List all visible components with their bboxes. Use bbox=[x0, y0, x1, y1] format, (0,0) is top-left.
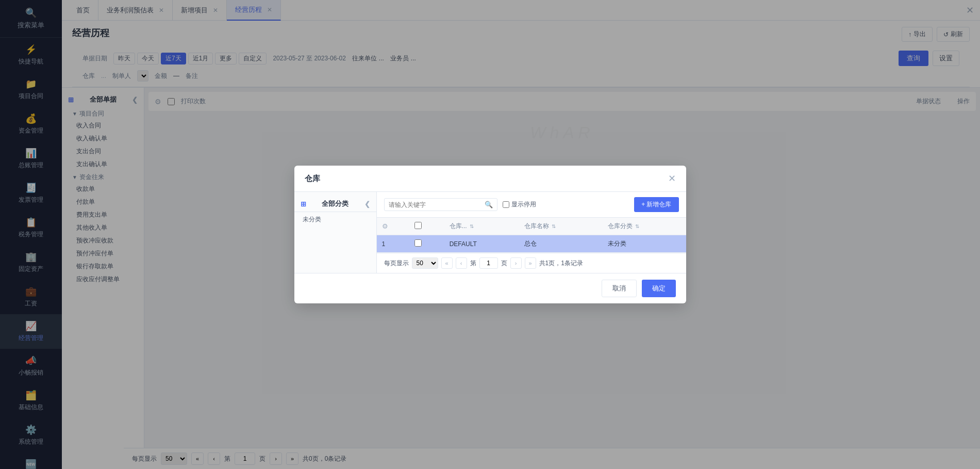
modal-close-icon[interactable]: ✕ bbox=[668, 173, 676, 184]
modal-search-icon: 🔍 bbox=[485, 201, 493, 208]
add-warehouse-button[interactable]: + 新增仓库 bbox=[634, 197, 678, 212]
th-category: 仓库分类 ⇅ bbox=[603, 218, 686, 235]
modal-table-body: 1 DEFAULT 总仓 未分类 bbox=[377, 235, 686, 253]
th-code-label: 仓库... bbox=[450, 222, 467, 230]
modal-footer: 取消 确定 bbox=[294, 273, 686, 303]
modal-left-item-unclassified[interactable]: 未分类 bbox=[294, 212, 376, 227]
modal-left-header: ⊞ 全部分类 ❮ bbox=[294, 196, 376, 212]
modal-body: ⊞ 全部分类 ❮ 未分类 🔍 显示停用 bbox=[294, 192, 686, 273]
modal-table-wrap: ⚙ 仓库... ⇅ 仓库名称 ⇅ bbox=[377, 218, 686, 253]
sort-icon-code: ⇅ bbox=[470, 223, 474, 229]
table-row[interactable]: 1 DEFAULT 总仓 未分类 bbox=[377, 235, 686, 253]
modal-page-label: 第 bbox=[470, 259, 476, 268]
th-checkbox bbox=[409, 218, 444, 235]
th-name: 仓库名称 ⇅ bbox=[519, 218, 603, 235]
modal-overlay: 仓库 ✕ ⊞ 全部分类 ❮ 未分类 🔍 bbox=[0, 0, 980, 469]
th-code: 仓库... ⇅ bbox=[444, 218, 519, 235]
modal-pagination: 每页显示 50 100 « ‹ 第 页 › » 共1页，1条记录 bbox=[377, 253, 686, 273]
row-name: 总仓 bbox=[519, 235, 603, 253]
cancel-button[interactable]: 取消 bbox=[602, 280, 637, 297]
show-disabled-label: 显示停用 bbox=[511, 200, 536, 209]
row-num: 1 bbox=[377, 235, 410, 253]
warehouse-modal: 仓库 ✕ ⊞ 全部分类 ❮ 未分类 🔍 bbox=[294, 166, 686, 303]
modal-toolbar: 🔍 显示停用 + 新增仓库 bbox=[377, 192, 686, 218]
sort-icon-name: ⇅ bbox=[552, 223, 556, 229]
modal-title: 仓库 bbox=[305, 174, 320, 184]
show-disabled-checkbox: 显示停用 bbox=[503, 200, 536, 209]
modal-page-suffix: 页 bbox=[501, 259, 507, 268]
gear-icon[interactable]: ⚙ bbox=[382, 222, 388, 230]
select-all-checkbox[interactable] bbox=[414, 222, 422, 229]
modal-page-prev-btn[interactable]: ‹ bbox=[456, 257, 467, 269]
row-code: DEFAULT bbox=[444, 235, 519, 253]
modal-page-first-btn[interactable]: « bbox=[441, 257, 453, 269]
modal-page-last-btn[interactable]: » bbox=[525, 257, 536, 269]
show-disabled-input[interactable] bbox=[503, 201, 509, 208]
sort-icon-category: ⇅ bbox=[635, 223, 639, 229]
th-category-label: 仓库分类 bbox=[608, 222, 633, 230]
modal-left-grid-icon: ⊞ bbox=[301, 200, 306, 208]
modal-left-collapse-icon[interactable]: ❮ bbox=[364, 200, 370, 208]
modal-table-head: ⚙ 仓库... ⇅ 仓库名称 ⇅ bbox=[377, 218, 686, 235]
modal-search-input[interactable] bbox=[389, 201, 481, 208]
modal-left-panel: ⊞ 全部分类 ❮ 未分类 bbox=[294, 192, 377, 273]
modal-per-page-select[interactable]: 50 100 bbox=[412, 257, 438, 269]
modal-page-number-input[interactable] bbox=[479, 257, 498, 269]
modal-left-title: 全部分类 bbox=[322, 199, 348, 208]
modal-table: ⚙ 仓库... ⇅ 仓库名称 ⇅ bbox=[377, 218, 686, 253]
th-name-label: 仓库名称 bbox=[524, 222, 549, 230]
row-checkbox[interactable] bbox=[414, 239, 422, 247]
row-checkbox-cell bbox=[409, 235, 444, 253]
modal-header: 仓库 ✕ bbox=[294, 166, 686, 192]
th-settings: ⚙ bbox=[377, 218, 410, 235]
modal-page-next-btn[interactable]: › bbox=[510, 257, 522, 269]
row-category: 未分类 bbox=[603, 235, 686, 253]
modal-search-box: 🔍 bbox=[384, 198, 497, 211]
confirm-button[interactable]: 确定 bbox=[642, 280, 676, 297]
modal-right-panel: 🔍 显示停用 + 新增仓库 ⚙ bbox=[377, 192, 686, 273]
modal-total-label: 共1页，1条记录 bbox=[539, 259, 583, 268]
modal-per-page-label: 每页显示 bbox=[384, 259, 409, 268]
